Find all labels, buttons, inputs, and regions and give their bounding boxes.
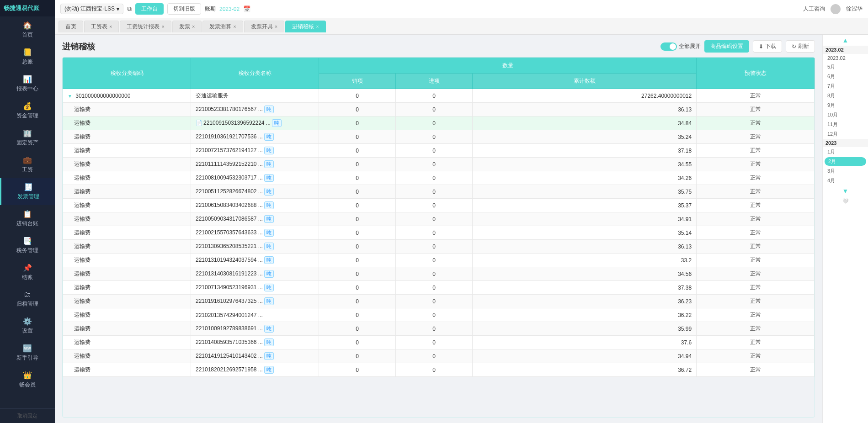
- calendar-icon[interactable]: 📅: [243, 5, 250, 12]
- workspace-btn[interactable]: 工作台: [135, 3, 164, 15]
- tab-invoice-calc[interactable]: 发票测算 ×: [202, 21, 243, 32]
- sidebar-item-purchase-sales[interactable]: 📋 进销台账: [0, 205, 55, 232]
- table-row[interactable]: 运输费 22100615083403402688 ... 吨 0 0 35.37…: [63, 199, 815, 212]
- table-row[interactable]: 运输费 22101009192789838691 ... 吨 0 0 35.99…: [63, 322, 815, 336]
- status-cell: 正常: [697, 199, 815, 212]
- cumulative-cell: 27262.40000000012: [473, 89, 697, 103]
- cal-month-10[interactable]: 10月: [823, 110, 868, 120]
- cal-month-11[interactable]: 11月: [823, 120, 868, 129]
- toggle-all-container[interactable]: 全部展开: [660, 42, 701, 51]
- cal-up-arrow[interactable]: ▲: [823, 35, 868, 46]
- table-row[interactable]: 运输费 22101408593571035366 ... 吨 0 0 37.6 …: [63, 336, 815, 349]
- cal-month-2-active[interactable]: 2月: [825, 157, 866, 166]
- cal-month-7[interactable]: 7月: [823, 81, 868, 91]
- purchase-cell: 0: [396, 130, 473, 144]
- table-row[interactable]: 运输费 22101309365208535221 ... 吨 0 0 36.13…: [63, 240, 815, 254]
- table-row[interactable]: 运输费 22101419125410143402 ... 吨 0 0 34.94…: [63, 349, 815, 363]
- tab-invoice-open-close[interactable]: ×: [275, 24, 277, 29]
- table-row[interactable]: 运输费 22100523381780176567 ... 吨 0 0 36.13…: [63, 103, 815, 116]
- tab-invoice-close[interactable]: ×: [192, 24, 195, 29]
- refresh-btn[interactable]: ↻ 刷新: [786, 40, 815, 53]
- sidebar-label-settle: 结账: [22, 274, 33, 281]
- tab-payroll[interactable]: 工资表 ×: [84, 21, 119, 32]
- tab-home[interactable]: 首页: [59, 21, 83, 32]
- cal-month-5[interactable]: 5月: [823, 62, 868, 72]
- table-row[interactable]: 运输费 📄22100915031396592224 ... 吨 0 0 34.8…: [63, 116, 815, 130]
- sidebar-item-fund[interactable]: 💰 资金管理: [0, 97, 55, 124]
- cal-down-arrow[interactable]: ▼: [823, 185, 868, 196]
- table-row[interactable]: 运输费 22101310194324037594 ... 吨 0 0 33.2 …: [63, 254, 815, 267]
- cumulative-cell: 36.22: [473, 308, 697, 322]
- sidebar-item-ledger[interactable]: 📒 总账: [0, 43, 55, 70]
- cal-month-12[interactable]: 12月: [823, 129, 868, 139]
- cal-year-2023: 2023: [823, 139, 868, 147]
- invoice-code-cell: 22100615083403402688 ... 吨: [191, 199, 319, 212]
- sidebar-item-tax[interactable]: 📑 税务管理: [0, 232, 55, 259]
- table-row[interactable]: 运输费 22100713490523196931 ... 吨 0 0 37.38…: [63, 281, 815, 295]
- sidebar-item-asset[interactable]: 🏢 固定资产: [0, 124, 55, 151]
- switch-old-btn[interactable]: 切到旧版: [167, 3, 201, 15]
- tab-invoice-open[interactable]: 发票开具 ×: [244, 21, 284, 32]
- table-row[interactable]: 运输费 22101910361921707536 ... 吨 0 0 35.24…: [63, 130, 815, 144]
- download-btn[interactable]: ⬇ 下载: [753, 40, 782, 53]
- invoice-code-cell: 22100721573762194127 ... 吨: [191, 144, 319, 158]
- tab-payroll-stats[interactable]: 工资统计报表 ×: [120, 21, 171, 32]
- sales-cell: 0: [319, 158, 396, 171]
- sidebar-item-payroll[interactable]: 💼 工资: [0, 151, 55, 178]
- table-row[interactable]: 运输费 22101916102976437325 ... 吨 0 0 36.23…: [63, 295, 815, 308]
- table-row[interactable]: ▼ 301000000000000000 交通运输服务 0 0 27262.40…: [63, 89, 815, 103]
- company-name: (勿动) 江西报宝-LSS: [64, 5, 115, 13]
- expand-icon[interactable]: ▼: [68, 94, 72, 99]
- table-row[interactable]: 运输费 22101314030816191223 ... 吨 0 0 34.56…: [63, 267, 815, 281]
- table-row[interactable]: 运输费 22100215570357643633 ... 吨 0 0 35.14…: [63, 226, 815, 240]
- cal-month-sub[interactable]: 2023.02: [823, 54, 868, 62]
- table-row[interactable]: 运输费 22101111143592152210 ... 吨 0 0 34.55…: [63, 158, 815, 171]
- sales-cell: 0: [319, 281, 396, 295]
- tab-payroll-stats-close[interactable]: ×: [161, 24, 164, 29]
- table-row[interactable]: 运输费 22102013574294001247 ... 0 0 36.22 正…: [63, 308, 815, 322]
- sidebar-item-member[interactable]: 👑 畅会员: [0, 366, 55, 393]
- toggle-all-switch[interactable]: [660, 42, 677, 51]
- product-code-btn[interactable]: 商品编码设置: [704, 40, 749, 53]
- table-row[interactable]: 运输费 22100810094532303717 ... 吨 0 0 34.26…: [63, 171, 815, 185]
- sidebar-label-settings: 设置: [22, 327, 33, 335]
- sidebar-item-report[interactable]: 📊 报表中心: [0, 70, 55, 97]
- file-icon: 📄: [196, 120, 202, 126]
- child-name-cell: 运输费: [63, 199, 191, 212]
- cumulative-cell: 34.94: [473, 349, 697, 363]
- sidebar-item-invoice-mgmt[interactable]: 🧾 发票管理: [0, 178, 55, 205]
- page-content: 进销稽核 全部展开 商品编码设置 ⬇ 下载 ↻ 刷新: [55, 35, 868, 423]
- purchase-cell: 0: [396, 363, 473, 377]
- settings-icon: ⚙️: [23, 317, 32, 326]
- tab-invoice-verify-close[interactable]: ×: [316, 24, 319, 29]
- sidebar-item-guide[interactable]: 🆕 新手引导: [0, 339, 55, 366]
- tab-invoice[interactable]: 发票 ×: [172, 21, 202, 32]
- sidebar-item-home[interactable]: 🏠 首页: [0, 16, 55, 43]
- cumulative-cell: 35.37: [473, 199, 697, 212]
- sidebar-item-settings[interactable]: ⚙️ 设置: [0, 312, 55, 339]
- cal-month-9[interactable]: 9月: [823, 100, 868, 110]
- cal-month-8[interactable]: 8月: [823, 91, 868, 100]
- sidebar-item-archive[interactable]: 🗂 归档管理: [0, 286, 55, 312]
- status-cell: 正常: [697, 158, 815, 171]
- tab-invoice-calc-close[interactable]: ×: [233, 24, 236, 29]
- cal-month-4[interactable]: 4月: [823, 176, 868, 185]
- cal-month-3[interactable]: 3月: [823, 166, 868, 176]
- table-row[interactable]: 运输费 22100511252826674802 ... 吨 0 0 35.75…: [63, 185, 815, 199]
- table-row[interactable]: 运输费 22100509034317086587 ... 吨 0 0 34.91…: [63, 212, 815, 226]
- help-label[interactable]: 人工咨询: [803, 5, 825, 13]
- status-cell: 正常: [697, 89, 815, 103]
- user-label[interactable]: 徐涩华: [846, 5, 863, 13]
- cal-month-6[interactable]: 6月: [823, 72, 868, 81]
- sidebar-item-settle[interactable]: 📌 结账: [0, 259, 55, 286]
- table-row[interactable]: 运输费 22100721573762194127 ... 吨 0 0 37.18…: [63, 144, 815, 158]
- sidebar-unpin-btn[interactable]: 取消固定: [0, 408, 55, 423]
- sidebar-label-guide: 新手引导: [16, 354, 38, 362]
- tab-payroll-close[interactable]: ×: [109, 24, 112, 29]
- tab-invoice-verify[interactable]: 进销稽核 ×: [285, 21, 325, 32]
- table-row[interactable]: 运输费 22101820212692571958 ... 吨 0 0 36.72…: [63, 363, 815, 377]
- copy-icon[interactable]: ⧉: [127, 5, 132, 13]
- cal-month-1[interactable]: 1月: [823, 147, 868, 157]
- company-selector[interactable]: (勿动) 江西报宝-LSS ▾: [60, 4, 123, 14]
- cumulative-cell: 35.75: [473, 185, 697, 199]
